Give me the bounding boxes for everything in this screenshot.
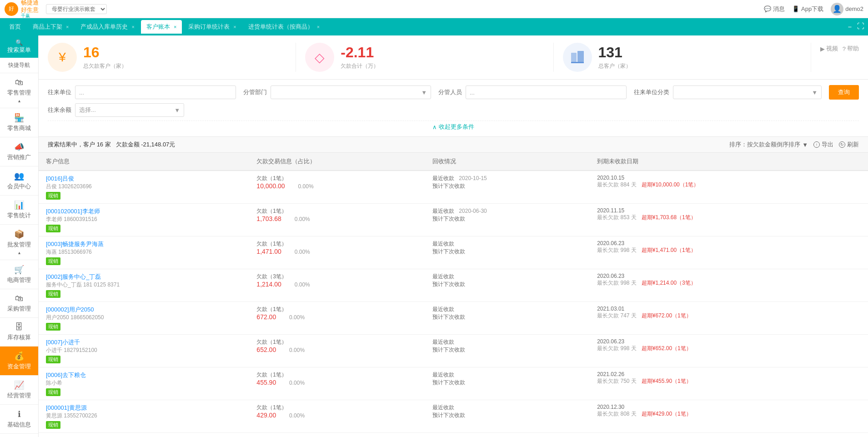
sidebar-item-basic[interactable]: ℹ 基础信息 — [0, 405, 38, 434]
stat-card-debt-customers: ¥ 16 总欠款客户（家） — [48, 43, 296, 72]
export-button[interactable]: ↑ 导出 — [813, 141, 833, 149]
system-select[interactable]: 母婴行业演示账套 — [46, 4, 107, 14]
from-unit-input[interactable]: ... — [75, 85, 236, 99]
message-button[interactable]: 💬 消息 — [764, 5, 785, 13]
tab-goods[interactable]: 商品上下架 × — [27, 20, 74, 34]
sidebar-item-capital[interactable]: 💰 资金管理 — [0, 347, 38, 376]
app-download-button[interactable]: 📱 App下载 — [792, 5, 823, 13]
tab-produce[interactable]: 产成品入库单历史 × — [75, 20, 140, 34]
overdue-link[interactable]: 超期¥652.00（1笔） — [642, 345, 692, 352]
customer-name-link[interactable]: [0002]服务中心_丁磊 — [46, 273, 242, 281]
collect-info-cell: 最近收款 预计下次收款 — [425, 400, 590, 433]
overdue-link[interactable]: 超期¥455.90（1笔） — [642, 378, 692, 384]
debt-amount: 1,214.00 — [256, 281, 281, 288]
search-button[interactable]: 查询 — [829, 85, 859, 100]
overdue-link[interactable]: 超期¥672.00（1笔） — [642, 312, 692, 319]
sidebar-item-marketing[interactable]: 📣 营销推广 — [0, 137, 38, 166]
stat-icon-debt: ¥ — [48, 43, 77, 72]
table-area: 客户信息 欠款交易信息（占比） 回收情况 到期未收款日期 [0016]吕俊 吕俊… — [39, 153, 868, 437]
sidebar-item-inventory[interactable]: 🗄 库存核算 — [0, 318, 38, 347]
sidebar-item-member[interactable]: 👥 会员中心 — [0, 166, 38, 196]
help-link[interactable]: ? 帮助 — [843, 45, 859, 53]
overdue-link[interactable]: 超期¥1,214.00（3笔） — [642, 280, 696, 286]
tab-bar-controls: － ⛶ — [846, 22, 864, 32]
tab-minimize-icon[interactable]: － — [846, 22, 853, 32]
overdue-link[interactable]: 超期¥1,471.00（1笔） — [642, 247, 696, 253]
tab-home[interactable]: 首页 — [4, 20, 26, 34]
collapse-button[interactable]: ∧ 收起更多条件 — [432, 123, 474, 131]
sidebar-item-ops[interactable]: 📈 经营管理 — [0, 376, 38, 405]
tab-inbound[interactable]: 进货单统计表（按商品） × — [243, 20, 325, 34]
next-collect-label: 预计下次收款 — [432, 346, 582, 354]
overdue-link[interactable]: 超期¥429.00（1笔） — [642, 411, 692, 417]
last-collect-label: 最近收款 — [432, 339, 454, 345]
stat-value-debt-amount: -2.11 — [341, 45, 379, 60]
customer-name-link[interactable]: [0003]畅捷服务尹海蒸 — [46, 240, 242, 248]
debt-pct: 0.00% — [298, 183, 314, 190]
overdue-date-cell: 2020.11.15 最长欠款 853 天 超期¥1,703.68（1笔） — [590, 204, 868, 236]
customer-name-link[interactable]: [0007]小进千 — [46, 338, 242, 347]
sidebar-item-system[interactable]: ⚙ 系统管理 — [0, 434, 38, 437]
search-icon: 🔍 — [15, 39, 23, 46]
sidebar-search[interactable]: 🔍 搜索菜单 — [0, 35, 38, 58]
tab-customer-close[interactable]: × — [174, 24, 176, 30]
refresh-button[interactable]: ↻ 刷新 — [839, 141, 859, 149]
sort-dropdown-icon: ▼ — [802, 141, 808, 148]
manager-input[interactable]: ... — [466, 85, 627, 99]
debt-count: 欠款（1笔） — [256, 306, 418, 313]
overdue-date-cell: 2021.02.26 最长欠款 750 天 超期¥455.90（1笔） — [590, 367, 868, 400]
user-profile-button[interactable]: 👤 demo2 — [831, 3, 863, 15]
last-collect-label: 最近收款 — [432, 208, 454, 214]
sidebar-item-retail-stat[interactable]: 📊 零售统计 — [0, 196, 38, 225]
dept-select[interactable]: ▼ — [271, 85, 431, 99]
customer-name-link[interactable]: [0001020001]李老师 — [46, 207, 242, 216]
tab-goods-close[interactable]: × — [66, 24, 69, 30]
tab-inbound-close[interactable]: × — [317, 24, 320, 30]
retail-icon: 🛍 — [15, 78, 23, 87]
inventory-icon: 🗄 — [15, 322, 23, 332]
overdue-date-cell: 2021.03.01 最长欠款 747 天 超期¥672.00（1笔） — [590, 302, 868, 335]
overdue-link[interactable]: 超期¥10,000.00（1笔） — [642, 181, 699, 188]
tab-maximize-icon[interactable]: ⛶ — [857, 22, 864, 32]
debt-count: 欠款（1笔） — [256, 175, 418, 182]
debt-pct: 0.00% — [295, 216, 310, 222]
last-collect-label: 最近收款 — [432, 404, 454, 411]
th-debt-info: 欠款交易信息（占比） — [249, 153, 425, 171]
video-link[interactable]: ▶ 视频 — [820, 45, 838, 53]
result-info: 搜索结果中，客户 16 家 欠款金额 -21,148.07元 — [48, 141, 175, 149]
app-logo-text: 畅捷通好生意 千赢 — [21, 0, 43, 19]
tab-customer[interactable]: 客户账本 × — [141, 20, 182, 34]
sidebar-item-retail[interactable]: 🛍 零售管理 ▴ — [0, 73, 38, 108]
overdue-link[interactable]: 超期¥1,703.68（1笔） — [642, 214, 696, 221]
customer-name-link[interactable]: [000002]用户2050 — [46, 306, 242, 314]
sidebar-item-ecommerce[interactable]: 🛒 电商管理 — [0, 260, 38, 289]
sidebar-item-batch[interactable]: 📦 批发管理 ▴ — [0, 225, 38, 260]
sidebar-item-purchase[interactable]: 🛍 采购管理 — [0, 289, 38, 318]
balance-select[interactable]: 选择... ▼ — [75, 103, 184, 117]
sort-selector[interactable]: 排序：按欠款金额倒序排序 ▼ — [729, 141, 808, 149]
retail-store-icon: 🏪 — [14, 113, 24, 123]
result-actions: 排序：按欠款金额倒序排序 ▼ ↑ 导出 ↻ 刷新 — [729, 141, 859, 149]
customer-name-link[interactable]: [0016]吕俊 — [46, 175, 242, 183]
table-row: [0007]小进千 小进千 18279152100 现销 欠款（1笔） 652.… — [39, 335, 868, 367]
tab-purchase[interactable]: 采购订单统计表 × — [183, 20, 241, 34]
unit-category-select[interactable]: ▼ — [673, 85, 822, 99]
table-row: [0003]畅捷服务尹海蒸 海蒸 18513066976 现销 欠款（1笔） 1… — [39, 236, 868, 269]
sidebar-item-retail-store[interactable]: 🏪 零售商城 — [0, 108, 38, 137]
tab-produce-close[interactable]: × — [131, 24, 134, 30]
member-icon: 👥 — [14, 171, 24, 181]
debt-amount: 455.90 — [256, 379, 276, 386]
svg-rect-2 — [571, 62, 584, 63]
tab-purchase-close[interactable]: × — [233, 24, 236, 30]
overdue-date-cell: 2020.10.15 最长欠款 884 天 超期¥10,000.00（1笔） — [590, 171, 868, 204]
sidebar-quick-nav[interactable]: 快捷导航 — [0, 58, 38, 73]
debt-count: 欠款（1笔） — [256, 371, 418, 379]
collapse-icon: ∧ — [432, 124, 437, 131]
stat-icon-amount: ◇ — [305, 43, 334, 72]
stat-top-right: ▶ 视频 ? 帮助 — [820, 43, 859, 72]
filter-dept: 分管部门 ▼ — [243, 85, 431, 99]
customer-name-link[interactable]: [0006]去下粮仓 — [46, 371, 242, 379]
overdue-start-date: 2020.06.23 — [597, 240, 861, 246]
stat-info-debt: 16 总欠款客户（家） — [83, 45, 127, 70]
customer-name-link[interactable]: [000001]黄思源 — [46, 404, 242, 412]
